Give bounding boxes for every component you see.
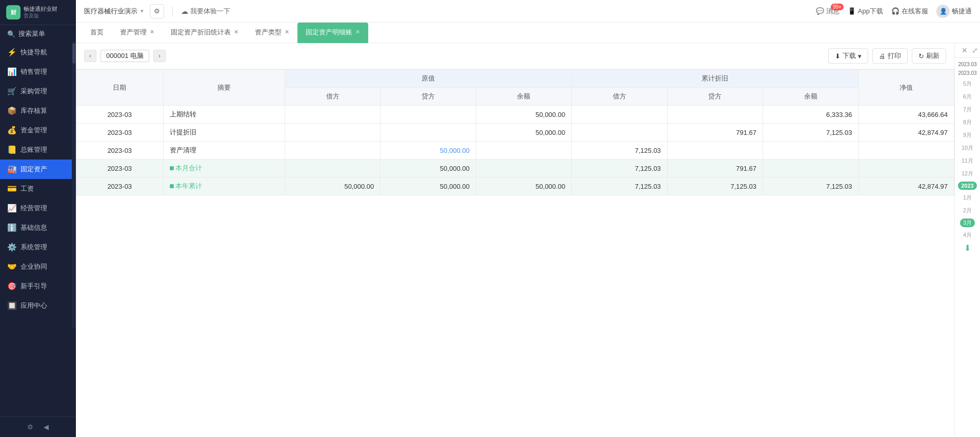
year-total-label: 本年累计 [170, 182, 202, 191]
cell-net-value: 43,666.64 [858, 106, 954, 124]
cell-summary: 资产清理 [163, 142, 285, 160]
timeline-item-header1[interactable]: 2023.03 [955, 60, 980, 69]
cell-date: 2023-03 [76, 124, 164, 142]
tab-asset-detail[interactable]: 固定资产明细账 ✕ [297, 23, 368, 43]
timeline-item-12[interactable]: 12月 [955, 167, 980, 180]
tab-depreciation-stats[interactable]: 固定资产折旧统计表 ✕ [163, 23, 247, 43]
tab-close-icon[interactable]: ✕ [355, 29, 360, 35]
topbar-divider [172, 6, 173, 16]
experience-button[interactable]: ☁ 我要体验一下 [181, 7, 230, 16]
sidebar-item-quick-nav[interactable]: ⚡ 快捷导航 [0, 43, 76, 62]
tab-label: 资产管理 [120, 28, 147, 37]
cell-summary: 计提折旧 [163, 124, 285, 142]
tab-asset-mgmt[interactable]: 资产管理 ✕ [112, 23, 163, 43]
col-accumulated-group: 累计折旧 [572, 70, 858, 88]
timeline-item-2[interactable]: 2月 [955, 204, 980, 217]
cell-accum-debit: 7,125.03 [572, 160, 667, 177]
cell-date: 2023-03 [76, 142, 164, 160]
sidebar-item-operations[interactable]: 📈 经营管理 [0, 198, 76, 218]
sidebar-item-inventory[interactable]: 📦 库存核算 [0, 101, 76, 121]
tab-close-icon[interactable]: ✕ [234, 29, 238, 35]
sidebar-item-guide[interactable]: 🎯 新手引导 [0, 276, 76, 296]
timeline-item-9[interactable]: 9月 [955, 129, 980, 142]
cell-orig-credit: 50,000.00 [381, 160, 476, 177]
sidebar-item-label: 系统管理 [21, 243, 69, 252]
tab-label: 固定资产折旧统计表 [171, 28, 231, 37]
timeline-item-10[interactable]: 10月 [955, 142, 980, 154]
company-selector[interactable]: 医疗器械行业演示 ▾ [84, 7, 144, 16]
next-record-button[interactable]: › [153, 50, 166, 62]
timeline-down-arrow[interactable]: ⬇ [955, 242, 980, 254]
timeline-item-3-active[interactable]: 3月 [955, 217, 980, 229]
timeline-item-11[interactable]: 11月 [955, 154, 980, 167]
sidebar-item-label: 基础信息 [21, 223, 69, 232]
avatar-icon: 👤 [939, 8, 947, 15]
tab-label: 资产类型 [255, 28, 282, 37]
print-button[interactable]: 🖨 打印 [872, 48, 908, 64]
download-arrow: ▾ [858, 52, 862, 60]
timeline-expand-button[interactable]: ⤢ [970, 45, 980, 55]
messages-icon: 💬 [816, 7, 824, 15]
sidebar-collapse-button[interactable]: ◀ [39, 421, 53, 433]
sidebar-item-label: 固定资产 [21, 165, 69, 174]
download-button[interactable]: ⬇ 下载 ▾ [828, 48, 868, 64]
cell-accum-debit [572, 124, 667, 142]
sidebar-item-basic-info[interactable]: ℹ️ 基础信息 [0, 218, 76, 237]
cell-accum-balance [763, 160, 858, 177]
cell-orig-balance: 50,000.00 [476, 177, 571, 195]
timeline-item-7[interactable]: 7月 [955, 103, 980, 116]
sidebar-item-fixed-asset[interactable]: 🏭 固定资产 [0, 160, 76, 179]
search-menu[interactable]: 🔍 搜索菜单 [0, 25, 76, 43]
cell-orig-balance: 50,000.00 [476, 124, 571, 142]
cell-net-value: 42,874.97 [858, 177, 954, 195]
tab-home[interactable]: 首页 [82, 23, 112, 43]
refresh-label: 刷新 [926, 51, 939, 61]
sidebar-item-salary[interactable]: 💳 工资 [0, 179, 76, 198]
timeline-year-2023[interactable]: 2023 [955, 180, 980, 191]
user-name: 畅捷通 [952, 7, 972, 16]
tab-close-icon[interactable]: ✕ [150, 29, 154, 35]
sidebar-settings-button[interactable]: ⚙ [23, 421, 37, 433]
customer-service-button[interactable]: 🎧 在线客服 [891, 7, 928, 16]
col-accum-credit: 贷方 [667, 88, 763, 106]
cell-orig-credit: 50,000.00 [381, 177, 476, 195]
timeline-item-8[interactable]: 8月 [955, 116, 980, 129]
user-menu[interactable]: 👤 畅捷通 [936, 5, 972, 18]
sidebar-item-system[interactable]: ⚙️ 系统管理 [0, 237, 76, 257]
settings-button[interactable]: ⚙ [150, 4, 164, 18]
sidebar-item-sales[interactable]: 📊 销售管理 [0, 62, 76, 82]
sidebar-item-app-center[interactable]: 🔲 应用中心 [0, 296, 76, 315]
timeline-item-1[interactable]: 1月 [955, 191, 980, 204]
col-accum-balance: 余额 [763, 88, 858, 106]
app-center-icon: 🔲 [7, 301, 16, 310]
timeline-item-6[interactable]: 6月 [955, 90, 980, 103]
cell-accum-balance [763, 142, 858, 160]
toolbar-actions: ⬇ 下载 ▾ 🖨 打印 ↻ 刷新 [828, 48, 946, 64]
sidebar-item-label: 工资 [21, 184, 69, 193]
sidebar-item-cooperation[interactable]: 🤝 企业协同 [0, 257, 76, 276]
app-download-button[interactable]: 📱 App下载 [848, 7, 883, 16]
messages-button[interactable]: 💬 消息 99+ [816, 7, 839, 16]
company-dropdown-arrow: ▾ [141, 8, 144, 14]
cell-date: 2023-03 [76, 106, 164, 124]
tab-asset-type[interactable]: 资产类型 ✕ [247, 23, 297, 43]
timeline-list: 2023.03 2023.03 5月 6月 7月 8月 9月 10月 11月 1… [955, 58, 980, 437]
main-panel: ‹ 000001 电脑 › ⬇ 下载 ▾ 🖨 打印 ↻ 刷新 [76, 43, 954, 437]
prev-record-button[interactable]: ‹ [84, 50, 96, 62]
sidebar-item-purchase[interactable]: 🛒 采购管理 [0, 82, 76, 101]
sidebar-item-finance[interactable]: 💰 资金管理 [0, 121, 76, 140]
cell-orig-balance [476, 160, 571, 177]
tab-close-icon[interactable]: ✕ [285, 29, 289, 35]
timeline-close-button[interactable]: ✕ [959, 45, 970, 55]
timeline-item-header2[interactable]: 2023.03 [955, 69, 980, 77]
cell-orig-debit [285, 160, 380, 177]
refresh-button[interactable]: ↻ 刷新 [912, 48, 946, 64]
sidebar-item-ledger[interactable]: 📒 总账管理 [0, 140, 76, 160]
basic-info-icon: ℹ️ [7, 223, 16, 232]
tab-label: 首页 [90, 28, 104, 37]
data-table-wrap: 日期 摘要 原值 累计折旧 净值 借方 贷方 余额 借方 贷方 余额 [76, 69, 954, 437]
record-tag: 000001 电脑 [101, 50, 149, 62]
timeline-item-4[interactable]: 4月 [955, 229, 980, 242]
timeline-item-5[interactable]: 5月 [955, 77, 980, 90]
tl-label: 2023.03 [958, 62, 976, 67]
